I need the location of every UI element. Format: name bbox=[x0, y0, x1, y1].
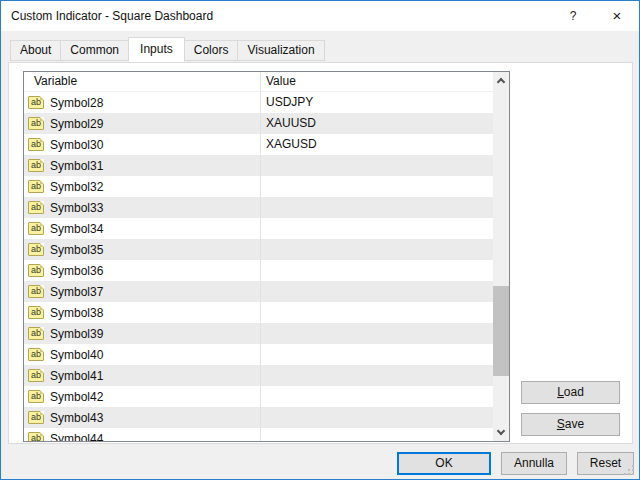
variable-cell: abSymbol38 bbox=[24, 302, 261, 323]
variable-cell: abSymbol33 bbox=[24, 197, 261, 218]
value-cell[interactable] bbox=[261, 365, 493, 386]
variable-name: Symbol28 bbox=[50, 96, 103, 110]
string-param-icon: ab bbox=[28, 180, 44, 193]
table-body: abSymbol28 USDJPY abSymbol29 XAUUSD abSy… bbox=[24, 92, 493, 441]
value-cell[interactable]: USDJPY bbox=[261, 92, 493, 113]
value-cell[interactable] bbox=[261, 176, 493, 197]
table-row[interactable]: abSymbol39 bbox=[24, 323, 493, 344]
variable-name: Symbol43 bbox=[50, 411, 103, 425]
variable-cell: abSymbol42 bbox=[24, 386, 261, 407]
value-cell[interactable] bbox=[261, 155, 493, 176]
scrollbar-thumb[interactable] bbox=[493, 286, 509, 376]
save-button[interactable]: Save bbox=[521, 413, 620, 436]
load-button-accelerator: L bbox=[557, 385, 564, 399]
variable-cell: abSymbol39 bbox=[24, 323, 261, 344]
table-row[interactable]: abSymbol32 bbox=[24, 176, 493, 197]
close-icon[interactable]: × bbox=[595, 1, 639, 31]
value-cell[interactable] bbox=[261, 239, 493, 260]
variable-cell: abSymbol43 bbox=[24, 407, 261, 428]
tab-strip: About Common Inputs Colors Visualization bbox=[10, 37, 324, 61]
dialog-window: Custom Indicator - Square Dashboard ? × … bbox=[0, 0, 640, 480]
variable-name: Symbol30 bbox=[50, 138, 103, 152]
inputs-table: Variable Value abSymbol28 USDJPY abSymbo… bbox=[23, 71, 510, 442]
vertical-scrollbar[interactable] bbox=[493, 72, 509, 441]
value-cell[interactable] bbox=[261, 428, 493, 441]
table-row[interactable]: abSymbol34 bbox=[24, 218, 493, 239]
column-header-value: Value bbox=[261, 72, 509, 91]
value-cell[interactable] bbox=[261, 197, 493, 218]
table-row[interactable]: abSymbol30 XAGUSD bbox=[24, 134, 493, 155]
value-cell[interactable]: XAUUSD bbox=[261, 113, 493, 134]
tab-inputs[interactable]: Inputs bbox=[128, 37, 185, 62]
variable-name: Symbol37 bbox=[50, 285, 103, 299]
table-row[interactable]: abSymbol33 bbox=[24, 197, 493, 218]
string-param-icon: ab bbox=[28, 96, 44, 109]
string-param-icon: ab bbox=[28, 264, 44, 277]
variable-cell: abSymbol40 bbox=[24, 344, 261, 365]
variable-cell: abSymbol37 bbox=[24, 281, 261, 302]
string-param-icon: ab bbox=[28, 306, 44, 319]
table-row[interactable]: abSymbol38 bbox=[24, 302, 493, 323]
variable-name: Symbol34 bbox=[50, 222, 103, 236]
string-param-icon: ab bbox=[28, 348, 44, 361]
string-param-icon: ab bbox=[28, 243, 44, 256]
tab-about[interactable]: About bbox=[10, 40, 61, 61]
table-row[interactable]: abSymbol31 bbox=[24, 155, 493, 176]
value-cell[interactable]: XAGUSD bbox=[261, 134, 493, 155]
variable-cell: abSymbol32 bbox=[24, 176, 261, 197]
variable-name: Symbol39 bbox=[50, 327, 103, 341]
scroll-up-button[interactable] bbox=[493, 72, 509, 89]
save-button-label: ave bbox=[565, 417, 584, 431]
value-cell[interactable] bbox=[261, 260, 493, 281]
variable-cell: abSymbol30 bbox=[24, 134, 261, 155]
value-cell[interactable] bbox=[261, 344, 493, 365]
save-button-accelerator: S bbox=[557, 417, 565, 431]
resize-grip-icon[interactable] bbox=[622, 463, 634, 475]
table-row[interactable]: abSymbol41 bbox=[24, 365, 493, 386]
string-param-icon: ab bbox=[28, 432, 44, 441]
table-row[interactable]: abSymbol40 bbox=[24, 344, 493, 365]
value-cell[interactable] bbox=[261, 407, 493, 428]
tab-colors[interactable]: Colors bbox=[184, 40, 239, 61]
column-header-variable: Variable bbox=[24, 72, 261, 91]
value-cell[interactable] bbox=[261, 218, 493, 239]
load-button-label: oad bbox=[564, 385, 584, 399]
value-cell[interactable] bbox=[261, 323, 493, 344]
variable-cell: abSymbol34 bbox=[24, 218, 261, 239]
ok-button[interactable]: OK bbox=[397, 452, 491, 475]
tab-visualization[interactable]: Visualization bbox=[237, 40, 324, 61]
string-param-icon: ab bbox=[28, 369, 44, 382]
table-row[interactable]: abSymbol28 USDJPY bbox=[24, 92, 493, 113]
table-row[interactable]: abSymbol37 bbox=[24, 281, 493, 302]
variable-cell: abSymbol31 bbox=[24, 155, 261, 176]
table-row[interactable]: abSymbol35 bbox=[24, 239, 493, 260]
help-icon[interactable]: ? bbox=[551, 1, 595, 31]
value-cell[interactable] bbox=[261, 302, 493, 323]
variable-cell: abSymbol36 bbox=[24, 260, 261, 281]
table-row[interactable]: abSymbol42 bbox=[24, 386, 493, 407]
string-param-icon: ab bbox=[28, 222, 44, 235]
table-row[interactable]: abSymbol43 bbox=[24, 407, 493, 428]
string-param-icon: ab bbox=[28, 285, 44, 298]
string-param-icon: ab bbox=[28, 411, 44, 424]
string-param-icon: ab bbox=[28, 159, 44, 172]
value-cell[interactable] bbox=[261, 281, 493, 302]
variable-name: Symbol40 bbox=[50, 348, 103, 362]
window-title: Custom Indicator - Square Dashboard bbox=[1, 9, 213, 23]
cancel-button[interactable]: Annulla bbox=[501, 452, 567, 475]
load-button[interactable]: Load bbox=[521, 381, 620, 404]
table-row[interactable]: abSymbol44 bbox=[24, 428, 493, 441]
table-row[interactable]: abSymbol29 XAUUSD bbox=[24, 113, 493, 134]
table-row[interactable]: abSymbol36 bbox=[24, 260, 493, 281]
tab-common[interactable]: Common bbox=[60, 40, 129, 61]
variable-name: Symbol38 bbox=[50, 306, 103, 320]
string-param-icon: ab bbox=[28, 138, 44, 151]
variable-name: Symbol31 bbox=[50, 159, 103, 173]
value-cell[interactable] bbox=[261, 386, 493, 407]
variable-cell: abSymbol35 bbox=[24, 239, 261, 260]
scroll-down-button[interactable] bbox=[493, 424, 509, 441]
variable-name: Symbol44 bbox=[50, 432, 103, 442]
chevron-down-icon bbox=[497, 427, 505, 435]
variable-cell: abSymbol41 bbox=[24, 365, 261, 386]
table-header: Variable Value bbox=[24, 72, 509, 92]
